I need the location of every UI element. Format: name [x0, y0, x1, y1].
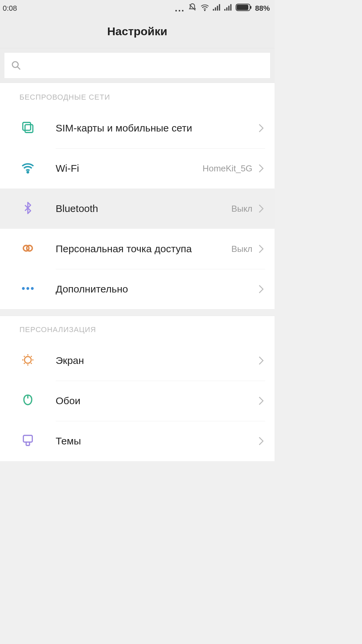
chevron-right-icon: [257, 284, 265, 294]
svg-point-0: [204, 10, 205, 11]
chevron-right-icon: [257, 436, 265, 446]
title-bar: Настройки: [0, 17, 275, 48]
page-title: Настройки: [0, 25, 275, 38]
chevron-right-icon: [257, 244, 265, 254]
personalization-list: Экран Обои Темы: [0, 340, 275, 461]
hotspot-icon: [21, 241, 35, 256]
svg-rect-5: [224, 9, 226, 11]
chevron-right-icon: [257, 164, 265, 173]
wifi-status-icon: [200, 4, 209, 13]
item-wifi[interactable]: Wi-Fi HomeKit_5G: [0, 148, 275, 189]
item-bluetooth[interactable]: Bluetooth Выкл: [0, 189, 275, 229]
display-icon: [21, 353, 35, 368]
item-label: Экран: [56, 354, 257, 367]
item-label: Персональная точка доступа: [56, 243, 231, 255]
wireless-list: SIM-карты и мобильные сети Wi-Fi HomeKit…: [0, 108, 275, 309]
item-label: Дополнительно: [56, 283, 252, 296]
item-label: Обои: [56, 394, 257, 407]
item-wallpaper[interactable]: Обои: [0, 381, 275, 421]
svg-point-21: [31, 287, 34, 290]
svg-rect-23: [23, 435, 33, 442]
svg-rect-14: [25, 125, 33, 132]
more-icon: [21, 282, 35, 297]
signal1-icon: [213, 4, 221, 13]
item-display[interactable]: Экран: [0, 340, 275, 381]
svg-point-22: [24, 357, 31, 363]
svg-point-20: [26, 287, 29, 290]
sim-icon: [21, 121, 35, 136]
status-right: ... 88%: [175, 3, 270, 14]
item-value: Выкл: [231, 204, 252, 214]
svg-rect-3: [217, 6, 218, 10]
wifi-icon: [21, 161, 35, 176]
bluetooth-icon: [21, 201, 35, 216]
svg-rect-8: [230, 4, 232, 10]
status-time: 0:08: [3, 4, 17, 13]
item-themes[interactable]: Темы: [0, 421, 275, 461]
svg-rect-11: [250, 6, 251, 9]
item-value: Выкл: [231, 244, 252, 254]
battery-icon: [236, 4, 252, 13]
item-more[interactable]: Дополнительно: [0, 269, 275, 309]
item-label: Bluetooth: [56, 202, 231, 215]
search-input[interactable]: [4, 52, 270, 78]
svg-rect-4: [219, 4, 220, 10]
svg-line-13: [17, 67, 20, 69]
svg-rect-10: [237, 5, 248, 10]
search-icon: [11, 60, 21, 70]
wallpaper-icon: [21, 393, 35, 408]
svg-rect-1: [213, 9, 214, 11]
item-label: Wi-Fi: [56, 162, 202, 175]
svg-rect-15: [23, 122, 31, 130]
item-hotspot[interactable]: Персональная точка доступа Выкл: [0, 229, 275, 269]
item-label: Темы: [56, 435, 257, 447]
signal2-icon: [224, 4, 232, 13]
search-wrapper: [0, 48, 275, 83]
item-value: HomeKit_5G: [202, 163, 252, 174]
section-header-wireless: БЕСПРОВОДНЫЕ СЕТИ: [0, 83, 275, 108]
status-bar: 0:08 ... 88%: [0, 0, 275, 17]
chevron-right-icon: [257, 204, 265, 213]
svg-point-19: [22, 287, 25, 290]
battery-pct: 88%: [255, 4, 270, 13]
search-field[interactable]: [26, 60, 263, 71]
chevron-right-icon: [257, 356, 265, 365]
chevron-right-icon: [257, 123, 265, 133]
section-header-personalization: ПЕРСОНАЛИЗАЦИЯ: [0, 316, 275, 340]
section-gap: [0, 309, 275, 316]
svg-rect-7: [228, 6, 230, 10]
svg-rect-6: [226, 7, 228, 11]
item-sim-cards[interactable]: SIM-карты и мобильные сети: [0, 108, 275, 148]
dnd-icon: [188, 3, 197, 14]
more-status-icon: ...: [175, 3, 185, 14]
svg-rect-2: [215, 7, 216, 11]
chevron-right-icon: [257, 396, 265, 406]
themes-icon: [21, 434, 35, 448]
svg-point-16: [27, 171, 28, 173]
item-label: SIM-карты и мобильные сети: [56, 122, 252, 135]
